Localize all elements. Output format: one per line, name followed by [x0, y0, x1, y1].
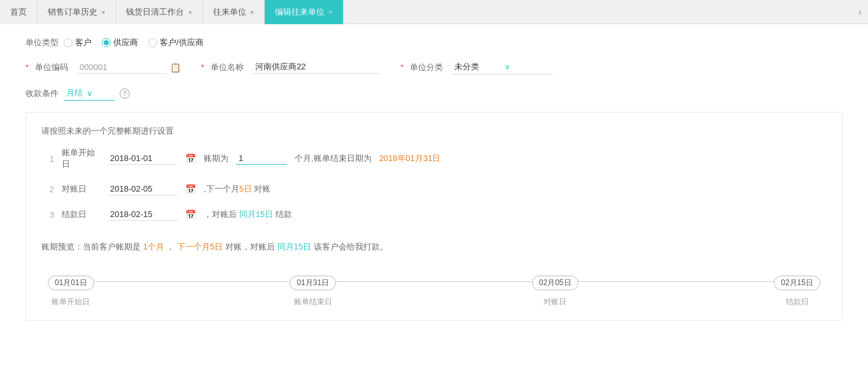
payment-date-input[interactable]	[108, 208, 178, 221]
fields-row: * 单位编码 📋 * 单位名称 * 单位分类 未分类 ∨	[25, 60, 843, 74]
unit-code-star: *	[25, 62, 29, 72]
payment-date-calendar-icon[interactable]: 📅	[185, 209, 196, 220]
condition-row-3: 3 结款日 📅 ，对账后 同月15日 结款	[41, 208, 827, 221]
preview-reconcile-day: 下一个月5日	[177, 242, 223, 251]
timeline-label-2: 对账日	[543, 297, 566, 307]
unit-code-field: * 单位编码 📋	[25, 61, 181, 74]
condition-row-2: 2 对账日 📅 ,下一个月5日 对账	[41, 183, 827, 195]
radio-supplier[interactable]: 供应商	[102, 37, 138, 48]
preview-payment-day: 同月15日	[277, 242, 311, 251]
unit-category-dropdown-icon: ∨	[505, 62, 551, 71]
payment-condition-select[interactable]: 月结 ∨	[64, 86, 115, 101]
unit-type-row: 单位类型 客户 供应商 客户/供应商	[25, 37, 843, 48]
timeline-node-0: 01月01日 账单开始日	[48, 276, 94, 307]
timeline-label-1: 账单结束日	[294, 297, 332, 307]
tab-partner-unit[interactable]: 往来单位 ×	[203, 0, 265, 24]
row-label-1: 账单开始日	[62, 147, 100, 170]
help-icon[interactable]: ?	[120, 88, 130, 99]
start-date-calendar-icon[interactable]: 📅	[185, 153, 196, 164]
timeline: 01月01日 账单开始日 01月31日 账单结束日 02月05日 对账日 02月…	[41, 263, 827, 307]
unit-name-label: 单位名称	[211, 62, 244, 73]
timeline-tag-1: 01月31日	[290, 276, 336, 290]
payment-day-highlight: 同月15日	[239, 209, 273, 219]
timeline-label-0: 账单开始日	[52, 297, 90, 307]
radio-customer[interactable]: 客户	[64, 37, 92, 48]
period-label: 账期为	[204, 153, 228, 164]
reconcile-date-input[interactable]	[108, 183, 178, 195]
payment-condition-row: 收款条件 月结 ∨ ?	[25, 86, 843, 101]
preview-text: 账期预览：当前客户账期是 1个月 ， 下一个月5日 对账，对账后 同月15日 该…	[41, 241, 827, 253]
reconcile-day-highlight: 5日	[239, 184, 252, 194]
unit-code-label: 单位编码	[35, 62, 68, 73]
reconcile-date-calendar-icon[interactable]: 📅	[185, 184, 196, 194]
reconcile-desc: ,下一个月5日 对账	[204, 183, 270, 195]
unit-name-star: *	[201, 62, 204, 72]
unit-name-field: * 单位名称	[201, 61, 380, 74]
period-unit-text: 个月,账单结束日期为	[295, 153, 372, 164]
radio-circle-both	[148, 38, 157, 47]
tab-scroll-arrow[interactable]: ›	[852, 6, 868, 18]
row-num-3: 3	[41, 210, 54, 220]
timeline-tag-3: 02月15日	[774, 276, 820, 290]
payment-condition-label: 收款条件	[25, 88, 59, 99]
radio-both[interactable]: 客户/供应商	[148, 37, 204, 48]
row-num-1: 1	[41, 154, 54, 164]
timeline-label-3: 结款日	[786, 297, 809, 307]
row-label-2: 对账日	[62, 183, 100, 195]
unit-category-label: 单位分类	[410, 62, 443, 73]
start-date-input[interactable]	[108, 152, 178, 165]
close-tab-edit-partner[interactable]: ×	[328, 8, 332, 16]
unit-category-star: *	[400, 62, 403, 72]
unit-name-input[interactable]	[253, 61, 380, 74]
unit-type-label: 单位类型	[25, 37, 59, 48]
close-tab-partner-unit[interactable]: ×	[250, 8, 254, 16]
main-content: 单位类型 客户 供应商 客户/供应商 * 单位编码 📋 * 单位名称	[0, 24, 868, 387]
condition-row-1: 1 账单开始日 📅 账期为 个月,账单结束日期为 2018年01月31日	[41, 147, 827, 170]
row-num-2: 2	[41, 185, 54, 194]
unit-type-radio-group: 客户 供应商 客户/供应商	[64, 37, 204, 48]
payment-dropdown-icon: ∨	[87, 88, 93, 98]
preview-months: 1个月	[143, 242, 164, 251]
unit-category-field: * 单位分类 未分类 ∨	[400, 60, 554, 74]
timeline-nodes: 01月01日 账单开始日 01月31日 账单结束日 02月05日 对账日 02月…	[48, 276, 820, 307]
tab-home[interactable]: 首页	[0, 0, 38, 24]
payment-desc: ，对账后 同月15日 结款	[204, 209, 292, 220]
timeline-node-2: 02月05日 对账日	[532, 276, 578, 307]
radio-circle-customer	[64, 38, 73, 47]
tab-cash-work[interactable]: 钱货日清工作台 ×	[116, 0, 202, 24]
section-hint: 请按照未来的一个完整帐期进行设置	[41, 125, 827, 137]
tabs-bar: 首页 销售订单历史 × 钱货日清工作台 × 往来单位 × 编辑往来单位 × ›	[0, 0, 868, 24]
unit-code-input[interactable]	[77, 61, 166, 74]
unit-category-select[interactable]: 未分类 ∨	[452, 60, 554, 74]
unit-code-calendar-icon[interactable]: 📋	[170, 62, 181, 73]
tab-edit-partner[interactable]: 编辑往来单位 ×	[265, 0, 343, 24]
row-label-3: 结款日	[62, 209, 100, 220]
close-tab-cash-work[interactable]: ×	[188, 8, 192, 16]
radio-circle-supplier	[102, 38, 111, 47]
preview-section: 账期预览：当前客户账期是 1个月 ， 下一个月5日 对账，对账后 同月15日 该…	[41, 234, 827, 307]
end-date-highlight: 2018年01月31日	[379, 153, 441, 164]
condition-section: 请按照未来的一个完整帐期进行设置 1 账单开始日 📅 账期为 个月,账单结束日期…	[25, 112, 843, 321]
payment-select-row: 月结 ∨ ?	[64, 86, 130, 101]
timeline-node-3: 02月15日 结款日	[774, 276, 820, 307]
period-input[interactable]	[236, 152, 287, 165]
timeline-tag-2: 02月05日	[532, 276, 578, 290]
timeline-node-1: 01月31日 账单结束日	[290, 276, 336, 307]
tab-sales-history[interactable]: 销售订单历史 ×	[38, 0, 116, 24]
close-tab-sales-history[interactable]: ×	[101, 8, 105, 16]
timeline-tag-0: 01月01日	[48, 276, 94, 290]
